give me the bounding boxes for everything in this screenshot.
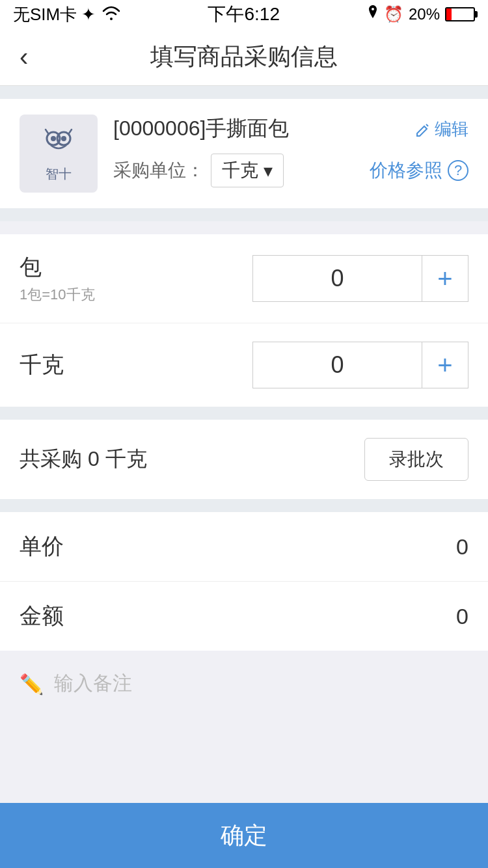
unit-select[interactable]: 千克 ▾: [211, 154, 284, 187]
network-label: 无SIM卡 ✦: [13, 3, 96, 26]
bao-value[interactable]: 0: [252, 255, 422, 302]
pencil-icon: ✏️: [20, 673, 44, 696]
product-unit-row: 采购单位： 千克 ▾ 价格参照 ?: [113, 154, 468, 187]
status-left: 无SIM卡 ✦: [13, 3, 120, 26]
edit-button[interactable]: 编辑: [415, 118, 468, 141]
battery-percent: 20%: [409, 5, 440, 23]
confirm-button[interactable]: 确定: [0, 803, 488, 868]
unit-price-row: 单价 0: [0, 512, 488, 582]
product-card: 智十 [0000006]手撕面包 编辑 采购单位： 千克 ▾: [0, 99, 488, 208]
unit-price-value: 0: [456, 534, 468, 560]
unit-price-label: 单价: [20, 532, 64, 562]
status-bar: 无SIM卡 ✦ 下午6:12 ⏰ 20%: [0, 0, 488, 29]
product-info: [0000006]手撕面包 编辑 采购单位： 千克 ▾ 价格参照 ?: [113, 115, 468, 187]
product-image: 智十: [20, 115, 98, 193]
summary-section: 共采购 0 千克 录批次: [0, 407, 488, 512]
kg-value[interactable]: 0: [252, 342, 422, 388]
bao-input-row: 包 1包=10千克 0 +: [0, 234, 488, 323]
battery-icon: [445, 7, 475, 21]
product-logo-label: 智十: [46, 165, 72, 183]
bao-plus-button[interactable]: +: [422, 255, 468, 302]
info-section: 单价 0 金额 0: [0, 512, 488, 651]
bao-label: 包 1包=10千克: [20, 252, 95, 305]
unit-prefix: 采购单位：: [113, 158, 204, 183]
record-batch-button[interactable]: 录批次: [364, 438, 468, 481]
nav-bar: ‹ 填写商品采购信息: [0, 29, 488, 86]
location-icon: [367, 5, 379, 23]
svg-point-3: [61, 136, 66, 141]
kg-input-row: 千克 0 +: [0, 323, 488, 407]
alarm-icon: ⏰: [384, 5, 403, 23]
kg-input-group: 0 +: [252, 342, 468, 388]
mid-divider: [0, 208, 488, 221]
price-ref-help-icon: ?: [448, 160, 468, 181]
quantity-section: 包 1包=10千克 0 + 千克 0 +: [0, 234, 488, 407]
summary-text: 共采购 0 千克: [20, 445, 147, 474]
page-title: 填写商品采购信息: [150, 41, 338, 73]
back-button[interactable]: ‹: [20, 42, 28, 72]
price-ref-button[interactable]: 价格参照 ?: [370, 158, 468, 183]
chevron-down-icon: ▾: [264, 160, 273, 182]
product-name-row: [0000006]手撕面包 编辑: [113, 115, 468, 143]
svg-point-2: [51, 136, 56, 141]
bao-input-group: 0 +: [252, 255, 468, 302]
amount-row: 金额 0: [0, 582, 488, 651]
amount-value: 0: [456, 604, 468, 629]
top-divider: [0, 86, 488, 99]
notes-placeholder: 输入备注: [54, 670, 132, 697]
amount-label: 金额: [20, 601, 64, 631]
product-name: [0000006]手撕面包: [113, 115, 289, 143]
product-logo-icon: [39, 124, 78, 163]
status-time: 下午6:12: [208, 2, 280, 27]
kg-label: 千克: [20, 350, 64, 380]
wifi-icon: [102, 5, 120, 25]
kg-plus-button[interactable]: +: [422, 342, 468, 388]
status-right: ⏰ 20%: [367, 5, 475, 23]
